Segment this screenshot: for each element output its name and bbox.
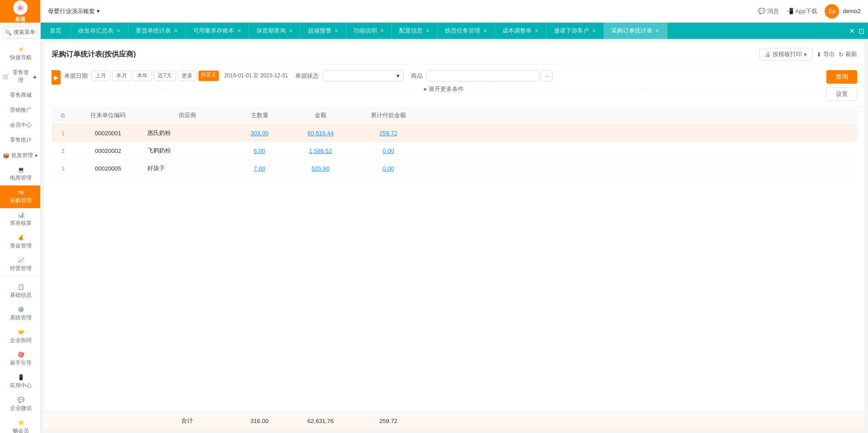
user-profile[interactable]: Ea demo2 bbox=[825, 4, 861, 19]
filter-area: ▶ 单据日期 上月 本月 本年 近7天 更多 bbox=[44, 65, 864, 107]
sidebar-item-purchase[interactable]: 🛍 采购管理 bbox=[0, 186, 40, 208]
expand-btn[interactable]: ▾ 展开更多条件 bbox=[424, 85, 464, 93]
sidebar-item-retail-mall[interactable]: 零售商城 bbox=[0, 88, 40, 103]
table-container: ⚙ 往来单位编码 供应商 主数量 bbox=[44, 107, 864, 412]
tab-functions[interactable]: 功能说明 ✕ bbox=[346, 23, 392, 39]
th-code: 往来单位编码 bbox=[74, 107, 142, 124]
sidebar-item-new-guide[interactable]: 🎯 新手引导 bbox=[0, 348, 40, 371]
sidebar-item-basic-info[interactable]: 📋 基础信息 bbox=[0, 280, 40, 303]
cell-num-1: 2 bbox=[52, 142, 74, 160]
sidebar-divider bbox=[0, 276, 40, 280]
table-body: 1 00020001 惠氏奶粉 303.00 60,519.44 259.72 … bbox=[52, 124, 857, 177]
query-btn[interactable]: 查询 bbox=[826, 70, 857, 84]
cell-amount-1[interactable]: 1,586.52 bbox=[287, 142, 354, 160]
search-menu-btn[interactable]: 🔍 搜索菜单 bbox=[3, 26, 38, 38]
sidebar-item-wholesale[interactable]: 📦 批发管理 ▾ bbox=[0, 148, 40, 163]
logo-icon: 🌸 bbox=[13, 0, 28, 15]
tab-expiry[interactable]: 保质期查询 ✕ bbox=[249, 23, 301, 39]
breadcrumb-select[interactable]: 母婴行业演示账套 ▾ bbox=[48, 7, 100, 15]
tab-cost-adjust[interactable]: 成本调整单 ✕ bbox=[495, 23, 547, 39]
close-tab-btn[interactable]: ✕ bbox=[849, 27, 855, 35]
sidebar-item-operations[interactable]: 📈 经营管理 bbox=[0, 253, 40, 276]
tab-bar: 首页 收发存汇总表 ✕ 要货单统计表 ✕ 可用量库存账本 ✕ 保质期查询 ✕ 超… bbox=[41, 23, 868, 39]
tab-pick-task[interactable]: 拣货任务管理 ✕ bbox=[438, 23, 495, 39]
tab-close-invite-downstream[interactable]: ✕ bbox=[592, 28, 596, 34]
cell-amount-2[interactable]: 525.80 bbox=[287, 160, 354, 177]
tab-close-goods-stats[interactable]: ✕ bbox=[174, 28, 178, 34]
filter-fields: 单据日期 上月 本月 本年 近7天 更多 自定义 2016-01-01 至 20… bbox=[64, 70, 823, 93]
cell-code-1: 00020002 bbox=[74, 142, 142, 160]
sidebar-item-vip[interactable]: ⭐ 畅会员 bbox=[0, 416, 40, 433]
tab-purchase-stats[interactable]: 采购订单统计表 ✕ bbox=[604, 23, 667, 39]
shortcut-this-year[interactable]: 本年 bbox=[133, 71, 152, 81]
shortcut-7days[interactable]: 近7天 bbox=[154, 71, 176, 81]
cell-extra-0 bbox=[422, 124, 857, 142]
shortcut-this-month[interactable]: 本月 bbox=[112, 71, 131, 81]
goods-dots-btn[interactable]: ··· bbox=[541, 70, 552, 81]
tab-close-config[interactable]: ✕ bbox=[425, 28, 430, 34]
tab-receive-send[interactable]: 收发存汇总表 ✕ bbox=[71, 23, 128, 39]
sidebar-item-enterprise[interactable]: 🤝 企业协同 bbox=[0, 325, 40, 348]
export-btn[interactable]: ⬇ 导出 bbox=[816, 50, 835, 58]
filter-more: ▾ 展开更多条件 bbox=[64, 85, 823, 93]
tab-available-stock[interactable]: 可用量库存账本 ✕ bbox=[186, 23, 249, 39]
date-range-text: 2016-01-01 至 2023-12-31 bbox=[224, 72, 288, 80]
user-name: demo2 bbox=[843, 8, 861, 14]
quick-nav-icon: ⚡ bbox=[18, 46, 24, 52]
maximize-tab-btn[interactable]: ⊡ bbox=[859, 27, 864, 35]
message-btn[interactable]: 💬 消息 bbox=[758, 7, 779, 15]
cell-paid-2[interactable]: 0.00 bbox=[354, 160, 422, 177]
tab-close-overstock[interactable]: ✕ bbox=[334, 28, 339, 34]
tab-goods-stats[interactable]: 要货单统计表 ✕ bbox=[128, 23, 186, 39]
refresh-btn[interactable]: ↻ 刷新 bbox=[839, 50, 857, 58]
custom-tag[interactable]: 自定义 bbox=[198, 71, 219, 81]
sidebar-search[interactable]: 🔍 搜索菜单 bbox=[0, 23, 40, 43]
shortcut-more[interactable]: 更多 bbox=[178, 71, 197, 81]
sidebar-item-member[interactable]: 会员中心 bbox=[0, 118, 40, 133]
tab-invite-downstream[interactable]: 邀请下游客户 ✕ bbox=[547, 23, 604, 39]
th-amount: 金额 bbox=[287, 107, 354, 124]
tab-close-expiry[interactable]: ✕ bbox=[288, 28, 293, 34]
refresh-icon: ↻ bbox=[839, 51, 844, 58]
print-icon: 🖨 bbox=[765, 51, 771, 58]
settings-btn[interactable]: 设置 bbox=[826, 87, 857, 101]
tab-config[interactable]: 配置信息 ✕ bbox=[392, 23, 438, 39]
filter-toggle-btn[interactable]: ▶ bbox=[52, 70, 61, 85]
tab-close-pick-task[interactable]: ✕ bbox=[483, 28, 487, 34]
tab-home[interactable]: 首页 bbox=[41, 23, 71, 39]
search-icon: 🔍 bbox=[5, 29, 12, 36]
cell-supplier-0: 惠氏奶粉 bbox=[142, 124, 232, 142]
sidebar-item-retail-stat[interactable]: 零售统计 bbox=[0, 133, 40, 148]
page-actions: 🖨 按模板打印 ▾ ⬇ 导出 ↻ 刷新 bbox=[759, 48, 857, 61]
print-btn[interactable]: 🖨 按模板打印 ▾ bbox=[759, 48, 813, 61]
tab-close-available-stock[interactable]: ✕ bbox=[237, 28, 241, 34]
sidebar-item-enterprise-wechat[interactable]: 💬 企业微信 bbox=[0, 393, 40, 416]
sidebar-item-app-center[interactable]: 📱 应用中心 bbox=[0, 371, 40, 393]
sidebar-item-system[interactable]: ⚙️ 系统管理 bbox=[0, 303, 40, 325]
cell-qty-0[interactable]: 303.00 bbox=[232, 124, 287, 142]
status-select[interactable]: ▾ bbox=[322, 70, 404, 81]
tab-close-receive-send[interactable]: ✕ bbox=[116, 28, 121, 34]
system-icon: ⚙️ bbox=[18, 306, 24, 313]
cell-qty-1[interactable]: 6.00 bbox=[232, 142, 287, 160]
sidebar-item-marketing[interactable]: 营销推广 bbox=[0, 103, 40, 118]
goods-input[interactable] bbox=[426, 70, 539, 81]
sidebar-item-quick-nav[interactable]: ⚡ 快捷导航 bbox=[0, 43, 40, 65]
sidebar-item-inventory[interactable]: 📊 库存核算 bbox=[0, 208, 40, 231]
tab-close-functions[interactable]: ✕ bbox=[380, 28, 384, 34]
cell-amount-0[interactable]: 60,519.44 bbox=[287, 124, 354, 142]
tab-overstock[interactable]: 超储预警 ✕ bbox=[301, 23, 346, 39]
cell-paid-0[interactable]: 259.72 bbox=[354, 124, 422, 142]
tab-close-cost-adjust[interactable]: ✕ bbox=[534, 28, 539, 34]
sidebar-item-ecommerce[interactable]: 💻 电商管理 bbox=[0, 163, 40, 186]
column-settings-icon[interactable]: ⚙ bbox=[60, 112, 66, 119]
purchase-icon: 🛍 bbox=[18, 189, 24, 195]
cell-qty-2[interactable]: 7.00 bbox=[232, 160, 287, 177]
shortcut-last-month[interactable]: 上月 bbox=[91, 71, 110, 81]
retail-icon: 🛒 bbox=[3, 73, 9, 80]
app-download-btn[interactable]: 📲 App下载 bbox=[786, 7, 817, 15]
tab-close-purchase-stats[interactable]: ✕ bbox=[655, 28, 660, 34]
cell-paid-1[interactable]: 0.00 bbox=[354, 142, 422, 160]
sidebar-item-finance[interactable]: 💰 资金管理 bbox=[0, 231, 40, 253]
sidebar-item-retail[interactable]: 🛒 零售管理 ▲ bbox=[0, 65, 40, 88]
